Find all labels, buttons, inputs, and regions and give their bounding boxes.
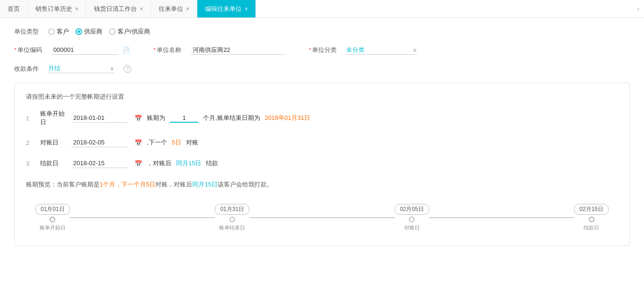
tab-home-label: 首页 xyxy=(8,5,20,13)
required-star-name: * xyxy=(153,46,156,53)
row3-suffix-before: ，对账后 xyxy=(147,159,171,168)
setting-row-3: 3 结款日 📅 ，对账后同月15日结款 xyxy=(26,159,618,168)
calendar-icon-1[interactable]: 📅 xyxy=(135,115,142,122)
preview-part5: 该客户会给我打款。 xyxy=(218,181,273,188)
tab-bar: 首页 销售订单历史 × 钱货日清工作台 × 往来单位 × 编辑往来单位 × › xyxy=(0,0,644,18)
help-icon[interactable]: ? xyxy=(124,65,131,73)
chevron-right-icon: › xyxy=(637,5,639,12)
radio-customer-circle xyxy=(48,28,55,35)
preview-part3: 对账，对账后 xyxy=(155,181,192,188)
radio-customer-supplier[interactable]: 客户/供应商 xyxy=(109,27,150,36)
unit-code-icon[interactable]: 📄 xyxy=(122,47,130,54)
radio-supplier-label: 供应商 xyxy=(84,27,102,36)
timeline-line-0 xyxy=(70,217,215,218)
calendar-icon-2[interactable]: 📅 xyxy=(135,139,142,146)
timeline-label-3: 02月15日 xyxy=(574,204,609,215)
timeline-label-0: 01月01日 xyxy=(35,204,70,215)
unit-category-value: 未分类 xyxy=(346,46,411,54)
tab-partner-units[interactable]: 往来单位 × xyxy=(151,0,197,17)
tab-expand-button[interactable]: › xyxy=(633,0,644,17)
preview-part1: 1个月， xyxy=(100,181,121,188)
unit-category-label: *单位分类 xyxy=(309,46,337,54)
required-star-category: * xyxy=(309,46,311,53)
preview-text: 账期预览：当前客户账期是1个月，下一个月5日对账，对账后同月15日该客户会给我打… xyxy=(26,179,618,190)
tab-sales-order-history-close[interactable]: × xyxy=(75,6,78,12)
row3-suffix-after: 结款 xyxy=(206,159,218,168)
row1-highlight-date: 2018年01月31日 xyxy=(265,114,311,122)
timeline-node-1: 01月31日 账单结束日 xyxy=(215,204,249,231)
timeline-dot-2 xyxy=(409,217,415,222)
row-type-3: 结款日 xyxy=(40,159,67,168)
section-box: 请按照未来的一个完整帐期进行设置 1 账单开始日 📅 账期为 个月,账单结束日期… xyxy=(14,83,630,246)
timeline-dot-3 xyxy=(589,217,594,222)
main-content: 单位类型 客户 供应商 客户/供应商 *单位编码 📄 xyxy=(0,18,644,287)
tab-edit-partner-unit-label: 编辑往来单位 xyxy=(205,5,242,13)
tab-home[interactable]: 首页 xyxy=(0,0,28,17)
payment-terms-row: 收款条件 月结 ∨ ? xyxy=(14,64,630,73)
row2-highlight-day: 5日 xyxy=(172,138,181,147)
unit-code-field-group: 📄 xyxy=(51,45,130,55)
timeline-dot-0 xyxy=(50,217,55,222)
row2-suffix-after: 对账 xyxy=(186,138,198,147)
tab-partner-units-close[interactable]: × xyxy=(186,6,189,12)
timeline-label-1: 01月31日 xyxy=(215,204,249,215)
unit-name-label: *单位名称 xyxy=(153,46,181,54)
required-star-code: * xyxy=(14,46,17,53)
tab-cashflow-workbench-label: 钱货日清工作台 xyxy=(94,5,137,13)
date-input-3[interactable] xyxy=(71,159,128,168)
payment-terms-chevron-icon: ∨ xyxy=(110,65,114,72)
preview-part2: 下一个月5日 xyxy=(121,181,155,188)
timeline-sublabel-1: 账单结束日 xyxy=(219,224,245,231)
preview-label: 账期预览：当前客户账期是 xyxy=(26,181,100,188)
radio-customer-label: 客户 xyxy=(57,27,69,36)
row-num-2: 2 xyxy=(26,139,35,146)
row3-highlight-text: 同月15日 xyxy=(176,159,201,168)
period-value-input[interactable] xyxy=(170,114,198,123)
timeline-dot-1 xyxy=(229,217,235,222)
timeline-sublabel-0: 账单开始日 xyxy=(40,224,66,231)
timeline-sublabel-2: 对账日 xyxy=(404,224,420,231)
setting-row-1: 1 账单开始日 📅 账期为 个月,账单结束日期为 2018年01月31日 xyxy=(26,110,618,127)
radio-supplier[interactable]: 供应商 xyxy=(76,27,102,36)
row-type-1: 账单开始日 xyxy=(40,110,67,127)
unit-code-input[interactable] xyxy=(51,45,118,55)
payment-terms-label: 收款条件 xyxy=(14,65,39,73)
timeline-label-2: 02月05日 xyxy=(395,204,429,215)
timeline-node-3: 02月15日 结款日 xyxy=(574,204,609,231)
tab-edit-partner-unit[interactable]: 编辑往来单位 × xyxy=(197,0,256,17)
radio-customer[interactable]: 客户 xyxy=(48,27,69,36)
unit-type-radio-group: 客户 供应商 客户/供应商 xyxy=(48,27,150,36)
date-input-2[interactable] xyxy=(71,138,128,147)
unit-code-label: *单位编码 xyxy=(14,46,42,54)
timeline-line-2 xyxy=(429,217,575,218)
row-num-3: 3 xyxy=(26,160,35,167)
row2-suffix-before: ,下一个 xyxy=(147,138,167,147)
date-input-1[interactable] xyxy=(71,113,128,123)
preview-part4: 同月15日 xyxy=(192,181,217,188)
calendar-icon-3[interactable]: 📅 xyxy=(135,160,142,167)
setting-row-2: 2 对账日 📅 ,下一个5日对账 xyxy=(26,138,618,147)
unit-category-chevron-icon: ∨ xyxy=(413,47,417,53)
unit-type-label: 单位类型 xyxy=(14,27,39,36)
tab-sales-order-history-label: 销售订单历史 xyxy=(35,5,72,13)
timeline-line-1 xyxy=(249,217,395,218)
tab-cashflow-workbench[interactable]: 钱货日清工作台 × xyxy=(86,0,151,17)
radio-customer-supplier-circle xyxy=(109,28,116,35)
timeline-node-0: 01月01日 账单开始日 xyxy=(35,204,70,231)
unit-category-select[interactable]: 未分类 ∨ xyxy=(346,46,417,55)
payment-terms-select[interactable]: 月结 ∨ xyxy=(48,64,114,73)
row1-suffix-before: 账期为 xyxy=(147,114,165,122)
tab-edit-partner-unit-close[interactable]: × xyxy=(245,6,248,12)
payment-terms-value: 月结 xyxy=(48,64,108,73)
tab-partner-units-label: 往来单位 xyxy=(159,5,183,13)
section-title: 请按照未来的一个完整帐期进行设置 xyxy=(26,93,618,101)
unit-info-row: *单位编码 📄 *单位名称 *单位分类 未分类 ∨ xyxy=(14,45,630,55)
unit-name-input[interactable] xyxy=(191,45,285,55)
row-num-1: 1 xyxy=(26,115,35,122)
timeline-node-2: 02月05日 对账日 xyxy=(395,204,429,231)
radio-supplier-circle xyxy=(76,28,82,35)
tab-cashflow-workbench-close[interactable]: × xyxy=(140,6,143,12)
radio-customer-supplier-label: 客户/供应商 xyxy=(118,27,150,36)
timeline-sublabel-3: 结款日 xyxy=(584,224,599,231)
tab-sales-order-history[interactable]: 销售订单历史 × xyxy=(28,0,86,17)
